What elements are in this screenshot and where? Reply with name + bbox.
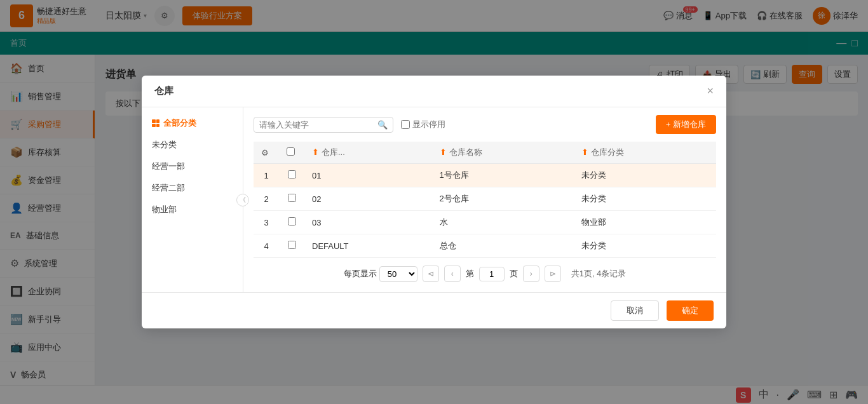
show-disabled-checkbox[interactable] — [401, 120, 410, 129]
page-suffix: 页 — [510, 268, 518, 279]
search-icon: 🔍 — [377, 120, 388, 130]
modal-overlay: 仓库 × 全部分类 《 未分类 经营一部 经营二部 物业部 — [0, 0, 868, 404]
first-page-button[interactable]: ⊲ — [423, 266, 439, 282]
category-panel: 全部分类 《 未分类 经营一部 经营二部 物业部 — [142, 107, 243, 292]
row-name-3: 水 — [432, 211, 574, 234]
row-code-2: 02 — [304, 187, 432, 211]
row-check-3 — [279, 211, 304, 234]
modal-body: 全部分类 《 未分类 经营一部 经营二部 物业部 🔍 — [142, 107, 726, 292]
close-icon[interactable]: × — [707, 84, 714, 98]
row-code-1: 01 — [304, 164, 432, 187]
modal-title: 仓库 — [154, 85, 173, 97]
next-page-button[interactable]: › — [523, 266, 539, 282]
page-size-select: 每页显示 50 100 200 — [344, 266, 417, 282]
add-warehouse-button[interactable]: + 新增仓库 — [656, 115, 716, 134]
row-check-1 — [279, 164, 304, 187]
select-all-checkbox[interactable] — [287, 147, 295, 156]
category-item-dept2[interactable]: 经营二部 — [142, 177, 243, 199]
row-name-2: 2号仓库 — [432, 187, 574, 211]
th-checkbox — [279, 142, 304, 164]
grid-icon — [152, 119, 159, 127]
collapse-button[interactable]: 《 — [236, 194, 249, 206]
row-num-3: 3 — [254, 211, 279, 234]
row-category-4: 未分类 — [574, 234, 716, 258]
table-toolbar: 🔍 显示停用 + 新增仓库 — [254, 115, 716, 134]
table-container: ⚙ ⬆仓库... ⬆仓库名称 ⬆仓库分类 1 — [254, 142, 716, 258]
table-panel: 🔍 显示停用 + 新增仓库 ⚙ — [243, 107, 726, 292]
show-disabled-label: 显示停用 — [412, 119, 445, 130]
show-disabled-group: 显示停用 — [401, 119, 445, 130]
table-head: ⚙ ⬆仓库... ⬆仓库名称 ⬆仓库分类 — [254, 142, 716, 164]
total-info: 共1页, 4条记录 — [571, 268, 627, 279]
row-category-2: 未分类 — [574, 187, 716, 211]
table-row[interactable]: 2 02 2号仓库 未分类 — [254, 187, 716, 211]
row-num-4: 4 — [254, 234, 279, 258]
row-check-2 — [279, 187, 304, 211]
search-input[interactable] — [259, 120, 374, 130]
th-settings: ⚙ — [254, 142, 279, 164]
page-input[interactable] — [479, 267, 505, 281]
th-code: ⬆仓库... — [304, 142, 432, 164]
category-item-dept1[interactable]: 经营一部 — [142, 156, 243, 177]
row-category-1: 未分类 — [574, 164, 716, 187]
table-row[interactable]: 3 03 水 物业部 — [254, 211, 716, 234]
warehouse-modal: 仓库 × 全部分类 《 未分类 经营一部 经营二部 物业部 — [142, 76, 726, 328]
th-category: ⬆仓库分类 — [574, 142, 716, 164]
collapse-icon: 《 — [240, 196, 246, 205]
row-checkbox-3[interactable] — [288, 217, 296, 226]
pagination: 每页显示 50 100 200 ⊲ ‹ 第 页 › ⊳ 共1页, 4条记录 — [254, 258, 716, 285]
page-label: 第 — [466, 268, 474, 279]
th-name: ⬆仓库名称 — [432, 142, 574, 164]
category-header[interactable]: 全部分类 — [142, 112, 243, 134]
row-name-4: 总仓 — [432, 234, 574, 258]
table-header-row: ⚙ ⬆仓库... ⬆仓库名称 ⬆仓库分类 — [254, 142, 716, 164]
table-row[interactable]: 1 01 1号仓库 未分类 — [254, 164, 716, 187]
confirm-button[interactable]: 确定 — [667, 300, 714, 321]
table-row[interactable]: 4 DEFAULT 总仓 未分类 — [254, 234, 716, 258]
prev-page-button[interactable]: ‹ — [444, 266, 461, 282]
row-code-4: DEFAULT — [304, 234, 432, 258]
per-page-label: 每页显示 — [344, 268, 377, 279]
table-body: 1 01 1号仓库 未分类 2 — [254, 164, 716, 258]
row-checkbox-1[interactable] — [288, 170, 296, 178]
row-checkbox-2[interactable] — [288, 194, 296, 202]
search-box: 🔍 — [254, 117, 393, 133]
row-name-1: 1号仓库 — [432, 164, 574, 187]
modal-footer: 取消 确定 — [142, 292, 726, 328]
category-header-label: 全部分类 — [163, 118, 196, 129]
row-checkbox-4[interactable] — [288, 241, 296, 249]
per-page-dropdown[interactable]: 50 100 200 — [379, 266, 417, 282]
cancel-button[interactable]: 取消 — [611, 300, 659, 321]
row-num-1: 1 — [254, 164, 279, 187]
modal-header: 仓库 × — [142, 76, 726, 107]
last-page-button[interactable]: ⊳ — [545, 266, 561, 282]
row-category-3: 物业部 — [574, 211, 716, 234]
row-code-3: 03 — [304, 211, 432, 234]
category-item-property[interactable]: 物业部 — [142, 199, 243, 220]
row-check-4 — [279, 234, 304, 258]
row-num-2: 2 — [254, 187, 279, 211]
warehouse-table: ⚙ ⬆仓库... ⬆仓库名称 ⬆仓库分类 1 — [254, 142, 716, 258]
category-item-unclassified[interactable]: 未分类 — [142, 134, 243, 156]
